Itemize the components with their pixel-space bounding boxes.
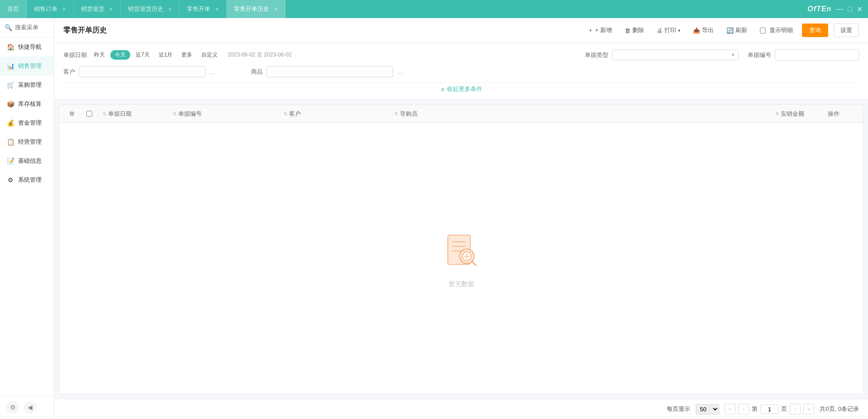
sidebar-item-purchase-mgmt[interactable]: 🛒 采购管理: [0, 75, 54, 94]
table-settings-btn[interactable]: ⚙: [64, 110, 80, 117]
add-button[interactable]: ＋ + 新增: [584, 24, 616, 36]
sidebar-bottom: ⚙ ◀: [0, 395, 54, 419]
date-7days-btn[interactable]: 近7天: [132, 50, 153, 60]
page-header: 零售开单历史 ＋ + 新增 🗑 删除 🖨 打印 ▾ 📤 导出: [54, 18, 868, 43]
tab-sales-return-history[interactable]: 销货退货历史 ✕: [121, 0, 180, 18]
settings-button[interactable]: 设置: [834, 24, 859, 37]
sidebar-item-system[interactable]: ⚙ 系统管理: [0, 170, 54, 189]
per-page-select[interactable]: 50 10 20 100: [696, 404, 719, 414]
total-label: 共0页, 0条记录: [820, 405, 859, 413]
empty-illustration: [439, 228, 484, 275]
sidebar-item-label: 库存核算: [18, 100, 42, 108]
col-date-sort-icon[interactable]: ⇅: [103, 111, 106, 116]
type-select-arrow: ▾: [732, 52, 735, 58]
display-detail-button[interactable]: 显示明细: [756, 24, 797, 36]
home-icon: 🏠: [6, 43, 14, 51]
col-action: 操作: [809, 110, 859, 118]
finance-icon: 💰: [6, 119, 14, 127]
last-page-btn[interactable]: »: [803, 404, 814, 414]
tab-sales-return[interactable]: 销货退货 ✕: [74, 0, 121, 18]
refresh-button[interactable]: 🔄 刷新: [723, 24, 751, 36]
delete-icon: 🗑: [625, 27, 631, 34]
filter-type-select[interactable]: ▾: [612, 50, 739, 60]
col-number-sort-icon[interactable]: ⇅: [173, 111, 176, 116]
date-yesterday-btn[interactable]: 昨天: [90, 50, 109, 60]
sidebar-collapse-btn[interactable]: ◀: [24, 401, 36, 414]
close-btn[interactable]: ✕: [857, 5, 863, 14]
collapse-filter-btn[interactable]: ∧ 收起更多条件: [63, 83, 859, 95]
sidebar-item-inventory[interactable]: 📦 库存核算: [0, 94, 54, 113]
delete-button[interactable]: 🗑 删除: [621, 24, 648, 36]
sidebar: 🔍 搜索采单 🏠 快捷导航 📊 销售管理 🛒 采购管理 📦 库存核算 💰: [0, 18, 54, 419]
customer-select-btn[interactable]: ...: [209, 68, 215, 76]
next-page-btn[interactable]: ›: [790, 404, 801, 414]
settings-icon: ⚙: [69, 110, 75, 117]
date-today-btn[interactable]: 今天: [110, 50, 130, 60]
tab-retail-open[interactable]: 零售开单 ✕: [180, 0, 227, 18]
sidebar-item-label: 系统管理: [18, 176, 42, 184]
print-arrow-icon: ▾: [678, 28, 680, 33]
top-tabbar: 首页 销售订单 ✕ 销货退货 ✕ 销货退货历史 ✕ 零售开单 ✕ 零售开单历史 …: [0, 0, 868, 18]
sidebar-search[interactable]: 🔍 搜索采单: [0, 18, 54, 38]
sidebar-item-label: 基础信息: [18, 157, 42, 165]
sidebar-item-sales-mgmt[interactable]: 📊 销售管理: [0, 56, 54, 75]
col-customer-sort-icon[interactable]: ⇅: [284, 111, 287, 116]
per-page-label: 每页显示: [667, 405, 690, 413]
tab-close-sales-order[interactable]: ✕: [62, 6, 66, 12]
filter-goods-input[interactable]: [266, 66, 393, 77]
sidebar-item-quick-nav[interactable]: 🏠 快捷导航: [0, 38, 54, 56]
sidebar-item-label: 销售管理: [18, 62, 42, 70]
inventory-icon: 📦: [6, 100, 14, 108]
maximize-btn[interactable]: □: [848, 5, 852, 13]
prev-page-btn[interactable]: ‹: [738, 404, 749, 414]
col-guide-sort-icon[interactable]: ⇅: [394, 111, 398, 116]
select-all-checkbox[interactable]: [86, 111, 92, 117]
tab-sales-order[interactable]: 销售订单 ✕: [27, 0, 74, 18]
filter-number-label: 单据编号: [748, 51, 771, 59]
query-button[interactable]: 查询: [802, 24, 828, 37]
minimize-btn[interactable]: —: [836, 5, 843, 13]
page-suffix: 页: [781, 405, 787, 413]
goods-select-btn[interactable]: ...: [397, 68, 403, 76]
tab-close-sales-return[interactable]: ✕: [109, 6, 113, 12]
export-button[interactable]: 📤 导出: [689, 24, 717, 36]
sidebar-item-label: 采购管理: [18, 81, 42, 89]
tab-retail-history[interactable]: 零售开单历史 ✕: [227, 0, 285, 18]
tab-close-sales-return-history[interactable]: ✕: [168, 6, 172, 12]
sidebar-item-finance[interactable]: 💰 资金管理: [0, 113, 54, 132]
table-header: ⚙ ⇅ 单据日期 ⇅ 单据编号 ⇅ 客户 ⇅: [59, 105, 863, 123]
date-1month-btn[interactable]: 近1月: [155, 50, 176, 60]
collapse-arrow-icon: ∧: [441, 86, 445, 93]
purchase-icon: 🛒: [6, 81, 14, 89]
svg-line-6: [472, 261, 476, 265]
date-range-text: 2023-06-02 至 2023-06-02: [228, 51, 291, 59]
date-more-btn[interactable]: 更多: [178, 50, 196, 60]
print-icon: 🖨: [657, 27, 663, 34]
col-amount: ⇅ 实销金额: [739, 110, 809, 118]
operations-icon: 📋: [6, 138, 14, 146]
first-page-btn[interactable]: «: [725, 404, 735, 414]
sidebar-gear-btn[interactable]: ⚙: [6, 401, 19, 414]
sidebar-item-operations[interactable]: 📋 经营管理: [0, 132, 54, 151]
page-nav: « ‹ 第 页 › »: [725, 404, 814, 414]
filter-number-input[interactable]: [775, 49, 859, 61]
filter-row-1: 单据日期 昨天 今天 近7天 近1月 更多 自定义 2023-06-02 至 2…: [63, 49, 859, 61]
print-button[interactable]: 🖨 打印 ▾: [653, 24, 684, 36]
page-title: 零售开单历史: [63, 26, 107, 35]
col-amount-sort-icon[interactable]: ⇅: [775, 111, 779, 116]
sidebar-item-base-info[interactable]: 📝 基础信息: [0, 151, 54, 170]
brand: OfTEn: [807, 5, 831, 13]
filter-customer-input[interactable]: [79, 66, 205, 77]
refresh-icon: 🔄: [726, 27, 734, 34]
tab-close-retail-history[interactable]: ✕: [274, 6, 278, 12]
tab-close-retail-open[interactable]: ✕: [215, 6, 219, 12]
date-custom-btn[interactable]: 自定义: [198, 50, 221, 60]
table-select-all[interactable]: [80, 111, 98, 117]
tab-home[interactable]: 首页: [0, 0, 27, 18]
filter-row-2: 客户 ... 商品 ...: [63, 66, 859, 77]
display-detail-checkbox[interactable]: [760, 28, 766, 33]
col-date: ⇅ 单据日期: [98, 110, 168, 118]
system-icon: ⚙: [6, 176, 14, 184]
content-area: 零售开单历史 ＋ + 新增 🗑 删除 🖨 打印 ▾ 📤 导出: [54, 18, 868, 419]
page-input[interactable]: [760, 405, 778, 414]
